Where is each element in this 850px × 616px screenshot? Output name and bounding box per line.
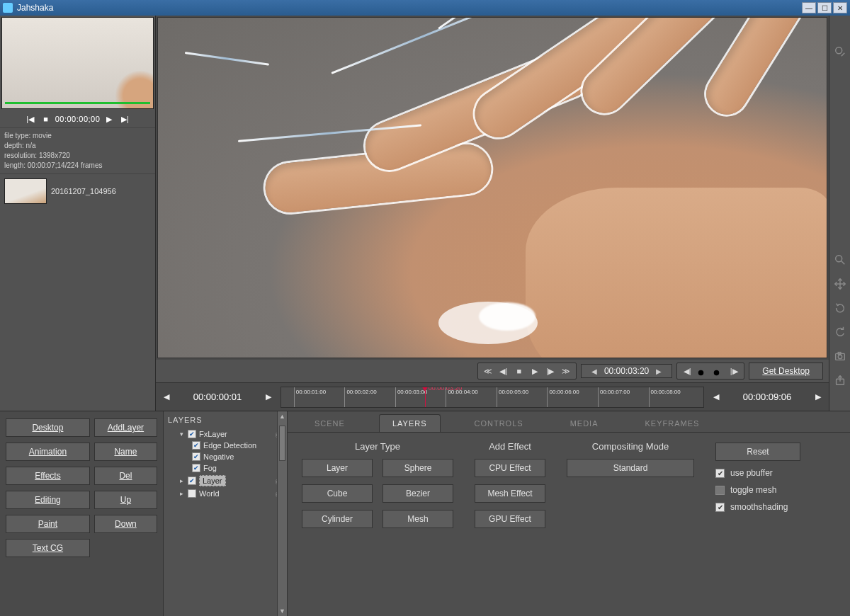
timeline-end-prev[interactable]: ◀ [710,392,722,401]
checkbox[interactable]: ✔ [188,489,196,498]
tree-layer[interactable]: ▸ ✔ Layer ◉ [168,474,284,488]
time-next-button[interactable]: ▶ [656,367,662,375]
rewind-button[interactable]: ≪ [481,365,495,377]
tree-negative[interactable]: ✔ Negative [168,451,284,462]
zoom-icon[interactable] [832,252,848,268]
use-pbuffer-checkbox[interactable]: ✔use pbuffer [715,468,836,478]
svg-point-0 [698,370,704,376]
preview-thumbnail[interactable] [1,17,154,109]
close-button[interactable]: ✕ [833,2,847,13]
timeline-track[interactable]: 00:00:01:00 00:00:02:00 00:00:03:00 00:0… [280,387,704,408]
properties-panel: SCENE LAYERS CONTROLS MEDIA KEYFRAMES La… [288,411,850,616]
tab-media[interactable]: MEDIA [557,415,611,432]
tab-keyframes[interactable]: KEYFRAMES [632,415,712,432]
preview-panel: |◀ ■ 00:00:00;00 ▶ ▶| file type: movie d… [0,16,156,411]
add-key-button[interactable] [696,365,710,377]
tree-fxlayer[interactable]: ▾ ✔ FxLayer ◉ [168,428,284,440]
app-icon [3,3,13,13]
viewport[interactable] [157,17,827,358]
search-icon[interactable] [832,44,848,59]
scrollbar-thumb[interactable] [279,426,285,461]
compositing-standard-button[interactable]: Standard [567,459,694,477]
checkbox[interactable]: ✔ [192,464,200,472]
expander-icon[interactable]: ▾ [178,430,185,438]
tree-world[interactable]: ▸ ✔ World ◉ [168,488,284,499]
editing-button[interactable]: Editing [6,491,90,509]
preview-playbar: |◀ ■ 00:00:00;00 ▶ ▶| [0,110,155,127]
cube-button[interactable]: Cube [302,484,373,503]
list-item[interactable]: 20161207_104956 [3,177,152,205]
layers-scrollbar[interactable]: ▲ ▼ [277,411,287,616]
mesh-button[interactable]: Mesh [382,510,453,528]
reset-button[interactable]: Reset [715,443,800,461]
up-button[interactable]: Up [94,491,157,509]
stop-button[interactable]: ■ [40,113,52,125]
name-button[interactable]: Name [94,443,157,461]
window-titlebar: Jahshaka — ☐ ✕ [0,0,850,16]
gpu-effect-button[interactable]: GPU Effect [475,510,545,528]
timeline-start-prev[interactable]: ◀ [160,392,173,401]
last-frame-button[interactable]: ▶| [118,113,131,125]
addlayer-button[interactable]: AddLayer [94,418,157,437]
step-back-button[interactable]: ◀| [497,365,511,377]
render-options: Reset ✔use pbuffer ✔toggle mesh ✔smooths… [715,441,836,608]
tab-scene[interactable]: SCENE [302,415,358,432]
camera-icon[interactable] [832,348,848,364]
viewport-controls: ≪ ◀| ■ ▶ |▶ ≫ ◀ 00:00:03:20 ▶ ◀| |▶ [156,360,829,382]
bezier-button[interactable]: Bezier [382,484,453,503]
tab-layers[interactable]: LAYERS [379,414,441,432]
get-desktop-button[interactable]: Get Desktop [749,363,823,380]
checkbox[interactable]: ✔ [188,477,196,485]
text-cg-button[interactable]: Text CG [6,539,90,557]
stop-button[interactable]: ■ [512,365,526,377]
next-key-button[interactable]: |▶ [727,365,741,377]
sphere-button[interactable]: Sphere [382,459,453,477]
clip-list: 20161207_104956 [0,174,155,208]
del-button[interactable]: Del [94,467,157,485]
tree-fog[interactable]: ✔ Fog [168,462,284,474]
tab-bar: SCENE LAYERS CONTROLS MEDIA KEYFRAMES [288,411,850,433]
timecode-display: ◀ 00:00:03:20 ▶ [581,364,672,378]
scroll-up-icon[interactable]: ▲ [278,413,287,420]
step-forward-button[interactable]: |▶ [543,365,557,377]
down-button[interactable]: Down [94,515,157,533]
expander-icon[interactable]: ▸ [178,477,185,484]
play-button[interactable]: ▶ [528,365,542,377]
tab-controls[interactable]: CONTROLS [462,415,536,432]
refresh-icon[interactable] [832,324,848,340]
export-icon[interactable] [832,372,848,388]
file-info: file type: movie depth: n/a resolution: … [0,127,155,174]
desktop-button[interactable]: Desktop [6,418,90,437]
animation-button[interactable]: Animation [6,443,90,461]
checkbox[interactable]: ✔ [192,452,200,461]
remove-key-button[interactable] [711,365,725,377]
smoothshading-checkbox[interactable]: ✔smoothshading [715,502,836,512]
play-button[interactable]: ▶ [103,113,115,125]
timeline-start-next[interactable]: ▶ [262,392,275,401]
effects-button[interactable]: Effects [6,467,90,485]
key-zoom-group: ◀| |▶ [676,363,744,380]
checkbox[interactable]: ✔ [188,430,196,438]
scroll-down-icon[interactable]: ▼ [278,608,287,615]
toggle-mesh-checkbox[interactable]: ✔toggle mesh [715,485,836,495]
mesh-effect-button[interactable]: Mesh Effect [475,484,545,503]
tree-edge-detection[interactable]: ✔ Edge Detection [168,440,284,451]
cpu-effect-button[interactable]: CPU Effect [475,459,545,477]
svg-point-6 [835,47,842,54]
timeline-end-next[interactable]: ▶ [812,392,824,401]
minimize-button[interactable]: — [802,2,816,13]
paint-button[interactable]: Paint [6,515,90,533]
viewport-timecode: 00:00:03:20 [604,366,649,376]
checkbox[interactable]: ✔ [192,441,200,450]
prev-key-button[interactable]: ◀| [680,365,694,377]
first-frame-button[interactable]: |◀ [24,113,37,125]
rotate-icon[interactable] [832,300,848,316]
move-icon[interactable] [832,276,848,292]
expander-icon[interactable]: ▸ [178,490,185,497]
maximize-button[interactable]: ☐ [817,2,832,13]
right-toolbar [829,16,850,411]
cylinder-button[interactable]: Cylinder [302,510,373,528]
time-prev-button[interactable]: ◀ [591,367,597,375]
layer-button[interactable]: Layer [302,459,373,477]
fast-forward-button[interactable]: ≫ [559,365,573,377]
